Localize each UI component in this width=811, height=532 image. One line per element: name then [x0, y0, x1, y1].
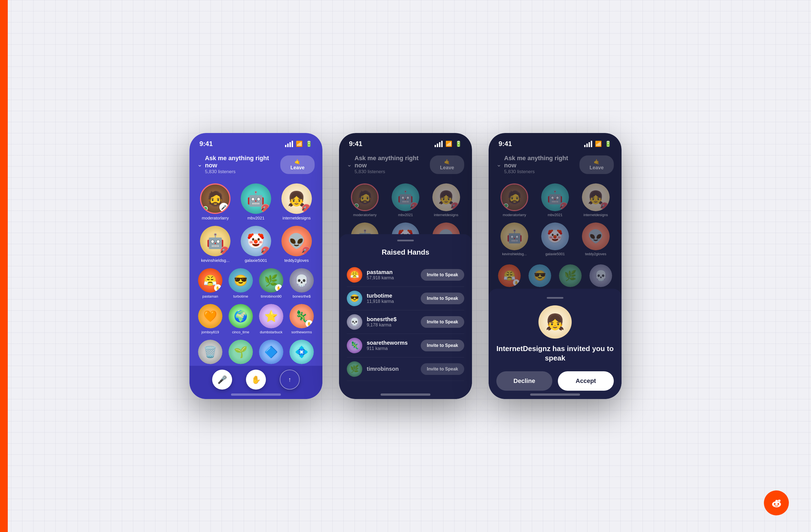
avatar-turbotime-1: 😎 [229, 268, 253, 293]
avatar-internetdesigns: 👧 🎤 [281, 183, 312, 214]
username-timrobinson-sheet: timrobinson [367, 366, 399, 372]
speaker-galaxie5001: 🤡 🎤 galaxie5001 [236, 223, 276, 265]
speakers-grid-1: 🧔 🎤 moderatorlarry 🤖 🎤 mbv2021 👧 🎤 [189, 178, 322, 223]
avatar-soaretheworms-sheet: 🦎 [347, 338, 362, 353]
room-title-1: Ask me anything right now [205, 155, 280, 169]
avatar-mbv2021: 🤖 🎤 [241, 183, 271, 214]
mic-badge-int-2: 🎤 [451, 202, 459, 210]
name-mbv2021: mbv2021 [247, 216, 264, 220]
name-galaxie5001: galaxie5001 [245, 258, 267, 263]
avatar-kevinshieldsg: 🤖 🎤 [200, 226, 230, 256]
room-header-1: ⌄ Ask me anything right now 5,830 listen… [189, 150, 322, 178]
listener-bonesrthe: 💀 bonesrthe$ [286, 265, 317, 301]
speaker-ted-3: 👽 teddy2gloves [575, 220, 616, 259]
invite-turbotime-btn[interactable]: Invite to Speak [421, 293, 464, 304]
invite-bonesrthe-btn[interactable]: Invite to Speak [421, 316, 464, 328]
speaker-internetdesigns: 👧 🎤 internetdesigns [276, 181, 317, 223]
invite-overlay: 👧 InternetDesignz has invited you to spe… [489, 289, 622, 399]
chevron-down-icon-1[interactable]: ⌄ [197, 161, 202, 168]
leave-button-3[interactable]: 🤙 Leave [579, 155, 614, 174]
signal-icon-3 [584, 141, 592, 147]
invite-actions: Decline Accept [496, 371, 614, 391]
avatar-t-3: 😎 [529, 264, 551, 287]
name-turbotime-1: turbotime [233, 294, 248, 299]
mic-badge-kevinshieldsg: 🎤 [220, 246, 229, 255]
name-internetdesigns: internetdesigns [282, 216, 311, 220]
raised-hand-pastaman: 😤 pastaman 57,918 karma Invite to Speak [347, 263, 464, 287]
leave-button-1[interactable]: 🤙 Leave [280, 155, 315, 174]
name-teddy2gloves: teddy2gloves [284, 258, 309, 263]
battery-icon-2: 🔋 [455, 140, 462, 147]
mic-badge-moderatorlarry: 🎤 [219, 203, 228, 212]
avatar-algorithmica: 🔷 [259, 340, 284, 364]
reddit-logo [764, 490, 789, 515]
speakers-grid-3-dim: 🧔 moderatorlarry 🤖 🎤 mbv2021 👧 🎤 interne… [489, 178, 622, 220]
listener-sortheworms: 🦎 ✋ sortheworms [286, 301, 317, 337]
sheet-handle-2 [397, 240, 414, 241]
avatar-sortheworms-1: 🦎 ✋ [289, 304, 314, 328]
avatar-moderatorlarry: 🧔 🎤 [200, 183, 230, 214]
mic-badge-internetdesigns: 🎤 [302, 204, 311, 213]
status-icons-3: 📶 🔋 [584, 140, 612, 147]
avatar-dumbstarbuck: ⭐ [259, 304, 284, 328]
chevron-down-icon-3[interactable]: ⌄ [496, 161, 501, 168]
room-header-2: ⌄ Ask me anything right now 5,830 listen… [339, 150, 472, 178]
listener-cinco-time: 🌍 cinco_time [226, 301, 256, 337]
mic-badge-mbv-3: 🎤 [560, 202, 568, 210]
speaker-mod-2: 🧔 moderatorlarry [345, 181, 385, 220]
invite-pastaman-btn[interactable]: Invite to Speak [421, 269, 464, 281]
room-title-group-3: Ask me anything right now 5,830 listener… [504, 155, 579, 174]
battery-icon-3: 🔋 [605, 140, 612, 147]
mic-button-1[interactable]: 🎤 [212, 370, 232, 390]
signal-icon-2 [434, 141, 443, 147]
avatar-exactlywatiam: 💠 [289, 340, 314, 364]
raised-hand-timrobinson: 🌿 timrobinson Invite to Speak [347, 358, 464, 381]
karma-turbotime-sheet: 11,918 karma [367, 299, 394, 304]
listeners-grid-1: 😤 ✋ pastaman 😎 turbotime 🌿 ✋ timrobinon9… [189, 265, 322, 376]
karma-pastaman-sheet: 57,918 karma [367, 275, 394, 280]
accept-button[interactable]: Accept [558, 371, 614, 391]
share-button-1[interactable]: ↑ [280, 370, 300, 390]
karma-bonesrthe-sheet: 9,178 karma [367, 322, 397, 328]
invite-timrobinson-btn[interactable]: Invite to Speak [421, 363, 464, 375]
avatar-ted-3: 👽 [582, 223, 610, 250]
mic-badge-teddy2gloves: 🎤 [302, 246, 311, 255]
avatar-timrobinson-sheet: 🌿 [347, 361, 362, 377]
raised-hands-sheet: Raised Hands 😤 pastaman 57,918 karma Inv… [339, 234, 472, 399]
leave-button-2[interactable]: 🤙 Leave [430, 155, 464, 174]
room-title-2: Ask me anything right now [354, 155, 430, 169]
name-dumbstarbuck: dumbstarbuck [260, 330, 282, 334]
speaker-mod-3: 🧔 moderatorlarry [494, 181, 535, 220]
hand-button-1[interactable]: ✋ [246, 370, 266, 390]
svg-point-3 [778, 503, 779, 505]
name-int-3: internetdesigns [584, 213, 608, 217]
svg-point-2 [774, 503, 776, 505]
speakers-grid-2-dim: 🧔 moderatorlarry 🤖 🎤 mbv2021 👧 🎤 interne… [339, 178, 472, 220]
name-kevinshieldsg: kevinshieldsg... [201, 258, 230, 263]
raised-hand-turbotime: 😎 turbotime 11,918 karma Invite to Speak [347, 287, 464, 310]
phone-3: 9:41 📶 🔋 ⌄ Ask me anything right now 5,8… [489, 133, 622, 399]
avatar-int-2: 👧 🎤 [432, 183, 460, 211]
wifi-icon-1: 📶 [296, 140, 303, 147]
decline-button[interactable]: Decline [496, 371, 552, 391]
status-icons-2: 📶 🔋 [434, 140, 462, 147]
name-sortheworms-1: sortheworms [291, 330, 312, 334]
room-info-2: ⌄ Ask me anything right now 5,830 listen… [347, 155, 430, 174]
sheet-handle-3 [547, 297, 563, 299]
room-listeners-2: 5,830 listeners [354, 169, 430, 174]
avatar-mbv-2: 🤖 🎤 [392, 183, 419, 211]
karma-soaretheworms-sheet: 911 karma [367, 346, 408, 351]
bottom-handle-2 [381, 393, 430, 396]
invite-soaretheworms-btn[interactable]: Invite to Speak [421, 340, 464, 351]
listener-dumbstarbuck: ⭐ dumbstarbuck [256, 301, 286, 337]
avatar-b-3: 💀 [590, 264, 612, 287]
chevron-down-icon-2[interactable]: ⌄ [347, 161, 352, 168]
avatar-trashcanman: 🗑️ [198, 340, 223, 364]
hand-badge-sortheworms: ✋ [306, 320, 313, 327]
avatar-pastaman-sheet: 😤 [347, 267, 362, 283]
room-info-1: ⌄ Ask me anything right now 5,830 listen… [197, 155, 280, 174]
phone-1: 9:41 📶 🔋 ⌄ Ask me anything right now 5,8… [189, 133, 322, 399]
avatar-int-3: 👧 🎤 [582, 183, 610, 211]
name-bonesrthe-1: bonesrthe$ [292, 294, 310, 299]
avatar-mbv-3: 🤖 🎤 [541, 183, 569, 211]
